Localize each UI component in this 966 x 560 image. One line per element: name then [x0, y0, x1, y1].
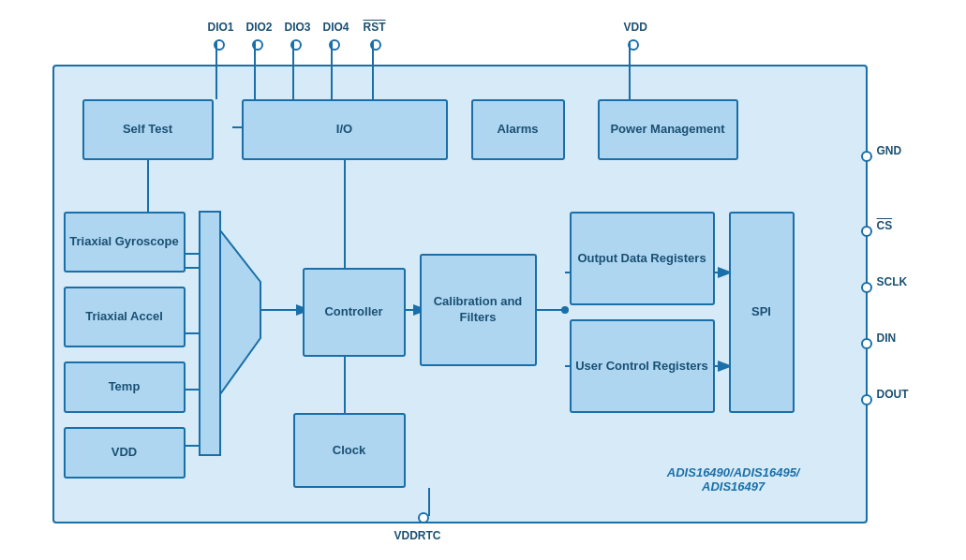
- vddrtc-label: VDDRTC: [394, 529, 441, 542]
- io-block: I/O: [242, 99, 448, 160]
- cs-circle: [861, 226, 872, 237]
- gnd-circle: [861, 151, 872, 162]
- din-label: DIN: [877, 332, 897, 345]
- dio4-circle: [329, 39, 340, 51]
- gnd-label: GND: [877, 144, 902, 157]
- clock-label: Clock: [333, 443, 365, 459]
- cs-text: CS: [877, 219, 893, 232]
- dio2-circle: [252, 39, 263, 51]
- self-test-label: Self Test: [123, 122, 172, 138]
- io-label: I/O: [336, 122, 352, 138]
- output-data-registers-label: Output Data Registers: [577, 251, 706, 267]
- power-management-label: Power Management: [610, 122, 724, 138]
- main-box: Self Test I/O Alarms Power Management Tr…: [52, 65, 868, 523]
- triaxial-gyroscope-label: Triaxial Gyroscope: [69, 234, 178, 250]
- dio3-circle: [290, 39, 302, 51]
- triaxial-accel-block: Triaxial Accel: [64, 287, 186, 347]
- svg-rect-0: [200, 212, 220, 455]
- triaxial-gyroscope-block: Triaxial Gyroscope: [64, 212, 186, 273]
- triaxial-accel-label: Triaxial Accel: [85, 309, 163, 325]
- dio1-label: DIO1: [208, 21, 234, 34]
- svg-point-9: [561, 306, 569, 314]
- rst-circle: [370, 39, 381, 51]
- spi-block: SPI: [729, 212, 795, 413]
- power-management-block: Power Management: [598, 99, 738, 160]
- dout-circle: [861, 394, 872, 405]
- model-text: ADIS16490/ADIS16495/ADIS16497: [667, 465, 800, 494]
- cs-label: CS: [877, 219, 893, 232]
- vdd-top-label: VDD: [624, 21, 647, 34]
- temp-block: Temp: [64, 361, 186, 413]
- self-test-block: Self Test: [82, 99, 214, 160]
- dio3-label: DIO3: [285, 21, 311, 34]
- user-control-registers-label: User Control Registers: [575, 359, 708, 375]
- calibration-filters-label: Calibration and Filters: [422, 294, 535, 326]
- sclk-label: SCLK: [877, 275, 908, 288]
- calibration-filters-block: Calibration and Filters: [420, 254, 537, 366]
- clock-block: Clock: [293, 413, 406, 488]
- vdd-circle-top: [628, 39, 639, 51]
- dio4-label: DIO4: [323, 21, 349, 34]
- rst-label: RST: [364, 21, 386, 34]
- alarms-block: Alarms: [471, 99, 565, 160]
- din-circle: [861, 338, 872, 349]
- vdd-sensor-label: VDD: [111, 445, 137, 461]
- controller-block: Controller: [303, 268, 406, 357]
- user-control-registers-block: User Control Registers: [570, 319, 715, 413]
- output-data-registers-block: Output Data Registers: [570, 212, 715, 305]
- vddrtc-circle: [418, 512, 429, 523]
- alarms-label: Alarms: [497, 122, 538, 138]
- rst-text: RST: [364, 21, 386, 34]
- controller-label: Controller: [324, 304, 382, 320]
- spi-label: SPI: [751, 304, 771, 320]
- svg-marker-1: [220, 230, 260, 394]
- dout-label: DOUT: [877, 388, 909, 401]
- dio1-circle: [214, 39, 225, 51]
- vdd-sensor-block: VDD: [64, 427, 186, 479]
- diagram-container: DIO1 DIO2 DIO3 DIO4 RST VDD: [24, 13, 943, 547]
- dio2-label: DIO2: [246, 21, 273, 34]
- sclk-circle: [861, 282, 872, 293]
- temp-label: Temp: [109, 379, 141, 395]
